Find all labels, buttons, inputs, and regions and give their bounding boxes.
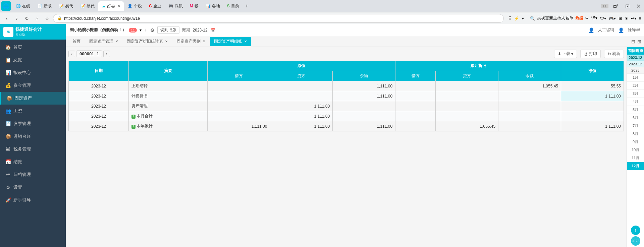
shield-icon[interactable]: 🛡▾: [600, 16, 606, 21]
sidebar-item-payroll[interactable]: 👥 工资: [0, 105, 66, 117]
qr-icon[interactable]: ⠿: [508, 16, 512, 21]
gamepad-icon[interactable]: 🎮▾: [609, 16, 616, 21]
expand-icon[interactable]: ⊞: [637, 39, 641, 44]
reload-button[interactable]: ↻: [23, 14, 31, 22]
browser-tab-yidai2[interactable]: 📝 易代: [77, 1, 98, 11]
home-button[interactable]: ⌂: [33, 14, 41, 22]
sidebar-item-ledger[interactable]: 📋 总账: [0, 54, 66, 66]
collapse-icon[interactable]: ⊟: [631, 39, 635, 44]
tab-asset-ledger[interactable]: 固定资产明细账 ✕: [210, 37, 251, 46]
cell-orig-balance: [333, 101, 395, 111]
menu-icon[interactable]: ≡: [639, 16, 641, 21]
close-window-icon[interactable]: ✕: [634, 2, 643, 10]
prev-account-button[interactable]: ‹: [68, 51, 75, 57]
bookmark-button[interactable]: ☆: [43, 14, 51, 22]
tab-fixed-assets-mgmt[interactable]: 固定资产管理 ✕: [85, 37, 122, 46]
cell-net-value: 1,111.00: [561, 121, 624, 131]
orig-balance-header: 余额: [333, 71, 395, 81]
period-month-12[interactable]: 12月: [627, 162, 644, 170]
add-icon[interactable]: +: [144, 27, 147, 33]
next-account-button[interactable]: ›: [103, 51, 110, 57]
browser-tab-active[interactable]: ☁ 好会 ✕: [98, 1, 124, 11]
period-month-6[interactable]: 6月: [627, 114, 644, 122]
dropdown-arrow-icon[interactable]: ▾: [140, 28, 142, 33]
browser-tab-mubiao[interactable]: S 目前: [224, 1, 243, 11]
sidebar-item-reports[interactable]: 📊 报表中心: [0, 66, 66, 79]
browser-tab-tax[interactable]: 👤 个税: [124, 1, 145, 11]
sidebar-item-closing[interactable]: 📅 结账: [0, 156, 66, 168]
closing-icon: 📅: [5, 159, 11, 165]
close-tab-ledger-icon[interactable]: ✕: [244, 40, 247, 43]
browser-tab-enterprise[interactable]: C 企业: [146, 1, 165, 11]
period-month-4[interactable]: 4月: [627, 98, 644, 106]
settings-gear-icon[interactable]: ⚙: [150, 27, 155, 33]
hot-search-label[interactable]: 热搜: [575, 15, 583, 21]
funds-icon: 💰: [5, 83, 11, 88]
col-summary: 摘要: [129, 61, 208, 81]
tab-depreciation-stats[interactable]: 固定资产折旧统计表 ✕: [123, 37, 172, 46]
address-input[interactable]: 🔒 https://cloud.chanjet.com/accounting/u…: [53, 14, 504, 23]
period-month-2[interactable]: 2月: [627, 82, 644, 90]
sidebar-item-settings[interactable]: ⚙ 设置: [0, 181, 66, 194]
close-tab-icon[interactable]: ✕: [118, 4, 120, 8]
sidebar-item-fixed-assets[interactable]: 📦 固定资产: [0, 92, 66, 105]
grid-icon[interactable]: ⊞: [619, 16, 622, 21]
tab-home[interactable]: 首页: [68, 37, 85, 46]
history-back-icon[interactable]: ↩▾: [631, 16, 636, 21]
browser-tab-online[interactable]: 🌐 在线: [12, 1, 34, 11]
close-tab-fixed-assets-icon[interactable]: ✕: [115, 40, 118, 43]
new-tab-button[interactable]: +: [243, 2, 251, 10]
close-tab-depreciation-icon[interactable]: ✕: [165, 40, 168, 43]
back-button[interactable]: ‹: [3, 14, 11, 22]
lightning-icon[interactable]: ⚡: [514, 16, 519, 21]
browser-tab-gedi[interactable]: 📊 各地: [202, 1, 223, 11]
download-button[interactable]: ⬇ 下载 ▾: [554, 50, 577, 58]
period-month-1[interactable]: 1月: [627, 74, 644, 82]
payroll-icon: 👥: [5, 108, 11, 114]
brightness-icon[interactable]: ☀: [625, 16, 628, 21]
scroll-top-button[interactable]: ↑: [631, 226, 640, 235]
close-tab-category-icon[interactable]: ✕: [203, 40, 205, 43]
cell-accum-credit: [436, 111, 498, 121]
browser-tab-tencent[interactable]: 🎮 腾讯: [165, 1, 186, 11]
download-icon: ⬇: [558, 52, 561, 56]
period-month-10[interactable]: 10月: [627, 146, 644, 154]
calendar-icon[interactable]: 📅: [210, 28, 215, 33]
browser-tab-chang[interactable]: M 畅: [186, 1, 202, 11]
browser-tab-yidai1[interactable]: 📝 易代: [55, 1, 76, 11]
table-row: 2023-12 资产清理 1,111.00: [69, 101, 624, 111]
sidebar-item-tax[interactable]: 🏛 税务管理: [0, 143, 66, 156]
sidebar-item-guide[interactable]: 🚀 新手引导: [0, 194, 66, 206]
account-code: 000001 1: [76, 50, 102, 57]
customer-service-label[interactable]: 人工咨询: [598, 27, 614, 33]
tab-asset-category[interactable]: 固定资产类别 ✕: [172, 37, 209, 46]
period-year-label[interactable]: 2023: [627, 67, 644, 74]
version-switch-button[interactable]: 切到旧版: [157, 26, 179, 34]
period-month-8[interactable]: 8月: [627, 130, 644, 138]
sidebar-item-funds[interactable]: 💰 资金管理: [0, 79, 66, 92]
refresh-button[interactable]: ↻ 刷新: [604, 50, 624, 58]
forward-button[interactable]: ›: [13, 14, 21, 22]
restore-icon[interactable]: ⊡: [623, 2, 632, 10]
year-badge[interactable]: 2023: [631, 236, 640, 246]
sidebar-item-archive[interactable]: 🗃 归档管理: [0, 168, 66, 181]
period-month-5[interactable]: 5月: [627, 106, 644, 114]
period-month-11[interactable]: 11月: [627, 154, 644, 162]
sidebar-item-invoices[interactable]: 🧾 发票管理: [0, 117, 66, 130]
sidebar-label-closing: 结账: [13, 159, 22, 165]
period-month-7[interactable]: 7月: [627, 122, 644, 130]
scissors-icon[interactable]: ✂: [585, 16, 589, 21]
dropdown-icon[interactable]: ▾: [522, 16, 524, 21]
print-button[interactable]: 🖨 打印: [580, 50, 601, 58]
sidebar-item-home[interactable]: 🏠 首页: [0, 41, 66, 54]
cell-summary: ∑本月合计: [129, 111, 208, 121]
period-month-9[interactable]: 9月: [627, 138, 644, 146]
ledger-table: 日期 摘要 原值 累计折旧 净值 借方 贷方 余额 借方 贷方 余额: [68, 61, 624, 131]
period-month-3[interactable]: 3月: [627, 90, 644, 98]
sidebar-item-inventory[interactable]: 📦 进销台账: [0, 130, 66, 143]
main-content: 刘小艳演示账套（勿删勿动！） 11 ▾ + ⚙ 切到旧版 账期 2023-12 …: [66, 24, 644, 247]
minimize-icon[interactable]: 🗗: [611, 2, 621, 10]
sidebar-header: 畅 畅捷通好会计 专业版: [0, 24, 66, 40]
browser-tab-new[interactable]: 📄 新版: [34, 1, 55, 11]
translate-icon[interactable]: 译▾: [591, 15, 597, 21]
